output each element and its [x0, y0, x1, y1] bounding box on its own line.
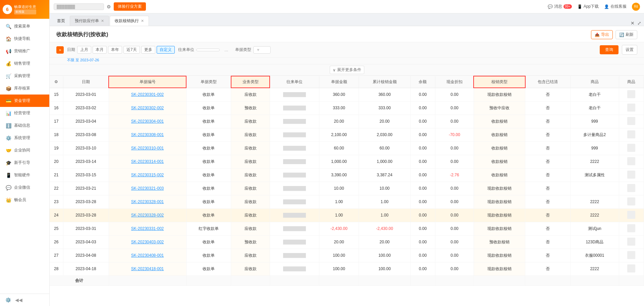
cell-amount: 60.00 [319, 141, 359, 155]
table-row[interactable]: 21 2023-03-15 SK-20230315-002 收款单 应收款 ██… [50, 168, 644, 182]
sidebar-item-basic-info[interactable]: ℹ️基础信息 [0, 119, 49, 132]
sidebar-collapse-icon[interactable]: ◀◀ [15, 297, 22, 303]
topbar-gear-icon[interactable]: ⚙ [107, 4, 111, 9]
bill-no-link[interactable]: SK-20230315-002 [131, 173, 164, 177]
refresh-btn[interactable]: 🔄 刷新 [615, 30, 637, 39]
date-btn-custom[interactable]: 自定义 [157, 46, 175, 54]
notification-area[interactable]: 💬 消息 99+ [548, 4, 572, 9]
bill-no-link[interactable]: SK-20230308-001 [131, 132, 164, 137]
table-row[interactable]: 28 2023-04-18 SK-20230418-001 收款单 应收款 ██… [50, 262, 644, 276]
tab-home[interactable]: 首页 [52, 16, 70, 26]
sidebar-item-search[interactable]: 🔍搜索菜单 [0, 20, 49, 33]
tabbar: 首页 预付款应付单 ✕ 收款核销执行 ✕ ✕ ⤢ [50, 13, 644, 26]
cell-date: 2023-03-10 [63, 141, 109, 155]
table-row[interactable]: 18 2023-03-08 SK-20230308-001 收款单 应收款 ██… [50, 128, 644, 141]
cell-balance: 0.00 [410, 249, 435, 262]
cell-include-settled: 否 [525, 208, 571, 222]
cell-biz-type: 应收款 [231, 115, 270, 128]
export-icon: 📤 [595, 33, 600, 37]
date-btn-this-month[interactable]: 本月 [93, 46, 107, 54]
bill-type-select[interactable]: ▼ [253, 46, 271, 54]
online-service-area[interactable]: 👤 在线客服 [604, 4, 627, 9]
date-btn-7days[interactable]: 近7天 [123, 46, 140, 54]
sidebar-item-inventory[interactable]: 📦库存核算 [0, 82, 49, 95]
industry-btn[interactable]: 体验行业方案 [114, 2, 146, 11]
table-row[interactable]: 17 2023-03-04 SK-20230304-001 收款单 应收款 ██… [50, 115, 644, 128]
cell-bill-type: 收款单 [186, 168, 231, 182]
table-area: ⚙ 日期 单据编号 单据类型 业务类型 往来单位 单据金额 累计核销金额 余额 … [50, 76, 644, 306]
date-btn-last-month[interactable]: 上月 [77, 46, 91, 54]
export-btn[interactable]: 📤 导出 [591, 30, 613, 39]
tab-expand-icon[interactable]: ⤢ [637, 20, 641, 26]
partner-input[interactable] [196, 49, 220, 51]
bill-no-link[interactable]: SK-20230301-002 [131, 92, 164, 97]
tab-collection-close[interactable]: ✕ [141, 19, 144, 23]
cell-biz-type: 应收款 [231, 128, 270, 141]
cell-bill-type: 收款单 [186, 128, 231, 141]
sidebar-item-smart-hw[interactable]: 📱智能硬件 [0, 169, 49, 181]
sidebar-item-member[interactable]: 👑畅会员 [0, 194, 49, 206]
bill-no-link[interactable]: SK-20230408-001 [131, 253, 164, 258]
table-row[interactable]: 27 2023-04-08 SK-20230408-001 收款单 应收款 ██… [50, 249, 644, 262]
filter-settings-btn[interactable]: 设置 [622, 45, 637, 55]
cell-biz-type: 应收款 [231, 168, 270, 182]
filter-toggle-btn[interactable]: » [56, 46, 64, 54]
cell-cumulative: 333.00 [359, 101, 411, 115]
user-avatar[interactable]: Rit [632, 3, 640, 11]
sidebar-item-marketing[interactable]: 📢营销推广 [0, 45, 49, 57]
bill-no-link[interactable]: SK-20230310-001 [131, 146, 164, 150]
sidebar-item-finance[interactable]: 💳资金管理 [0, 95, 49, 107]
bill-no-link[interactable]: SK-20230331-002 [131, 226, 164, 231]
table-row[interactable]: 23 2023-03-28 SK-20230328-001 收款单 应收款 ██… [50, 195, 644, 208]
date-btn-more[interactable]: 更多 [141, 46, 155, 54]
bill-no-link[interactable]: SK-20230321-003 [131, 186, 164, 191]
sidebar-item-system[interactable]: ⚙️系统管理 [0, 132, 49, 144]
table-row[interactable]: 22 2023-03-21 SK-20230321-003 收款单 应收款 ██… [50, 182, 644, 195]
bill-no-link[interactable]: SK-20230418-001 [131, 266, 164, 271]
table-row[interactable]: 26 2023-04-03 SK-20230403-002 收款单 预收款 ██… [50, 235, 644, 249]
bill-no-link[interactable]: SK-20230314-001 [131, 159, 164, 164]
app-download-area[interactable]: 📱 App下载 [577, 4, 599, 9]
tab-prepay-order[interactable]: 预付款应付单 ✕ [70, 16, 109, 26]
expand-more-btn[interactable]: ∨ 展开更多条件 [330, 66, 364, 74]
col-settings-header[interactable]: ⚙ [50, 76, 63, 88]
sidebar-label-inventory: 库存核算 [14, 85, 30, 91]
sidebar-item-enterprise[interactable]: 🤝企业协同 [0, 144, 49, 157]
cell-bill-no: SK-20230328-001 [109, 195, 186, 208]
total-balance [410, 276, 435, 286]
sidebar-item-operations[interactable]: 📊经营管理 [0, 107, 49, 119]
date-range-row: 不限 至 2023-07-26 [50, 58, 644, 64]
sidebar-label-finance: 资金管理 [14, 98, 30, 104]
cell-balance: 0.00 [410, 235, 435, 249]
table-row[interactable]: 24 2023-03-28 SK-20230328-002 收款单 应收款 ██… [50, 208, 644, 222]
sidebar-settings-icon[interactable]: ⚙️ [5, 297, 11, 303]
cell-product: 123D商品 [570, 235, 619, 249]
bill-no-link[interactable]: SK-20230304-001 [131, 119, 164, 124]
bill-no-link[interactable]: SK-20230328-001 [131, 199, 164, 204]
table-row[interactable]: 25 2023-03-31 SK-20230331-002 红字收款单 应收款 … [50, 222, 644, 235]
cell-bill-no: SK-20230304-001 [109, 115, 186, 128]
query-btn[interactable]: 查询 [600, 45, 619, 54]
table-row[interactable]: 15 2023-03-01 SK-20230301-002 收款单 应收款 ██… [50, 88, 644, 101]
bill-type-filter-group: 单据类型 ▼ [235, 46, 271, 54]
table-row[interactable]: 20 2023-03-14 SK-20230314-001 收款单 应收款 ██… [50, 155, 644, 168]
sidebar-item-newbie[interactable]: 🎓新手引导 [0, 157, 49, 169]
sidebar-item-wecom[interactable]: 💬企业微信 [0, 181, 49, 194]
tab-close-all-icon[interactable]: ✕ [631, 20, 635, 26]
date-btn-this-year[interactable]: 本年 [108, 46, 122, 54]
bill-no-link[interactable]: SK-20230302-002 [131, 106, 164, 110]
table-row[interactable]: 16 2023-03-02 SK-20230302-002 收款单 预收款 ██… [50, 101, 644, 115]
date-filter-group: 日期 上月 本月 本年 近7天 更多 自定义 [67, 46, 175, 54]
sidebar-item-sales[interactable]: 💰销售管理 [0, 57, 49, 70]
page-header-actions: 📤 导出 🔄 刷新 [591, 30, 637, 39]
filter-bar: » 日期 上月 本月 本年 近7天 更多 自定义 往来单位 … 单据类型 [50, 42, 644, 58]
bill-no-link[interactable]: SK-20230328-002 [131, 213, 164, 218]
table-row[interactable]: 19 2023-03-10 SK-20230310-001 收款单 应收款 ██… [50, 141, 644, 155]
sidebar-item-quick-nav[interactable]: 🏠快捷导航 [0, 33, 49, 45]
tab-collection-exec[interactable]: 收款核销执行 ✕ [110, 16, 149, 26]
tab-prepay-close[interactable]: ✕ [101, 19, 104, 23]
cell-product2 [619, 115, 644, 128]
cell-bill-type: 收款单 [186, 235, 231, 249]
bill-no-link[interactable]: SK-20230403-002 [131, 240, 164, 244]
sidebar-item-purchase[interactable]: 🛒采购管理 [0, 70, 49, 82]
